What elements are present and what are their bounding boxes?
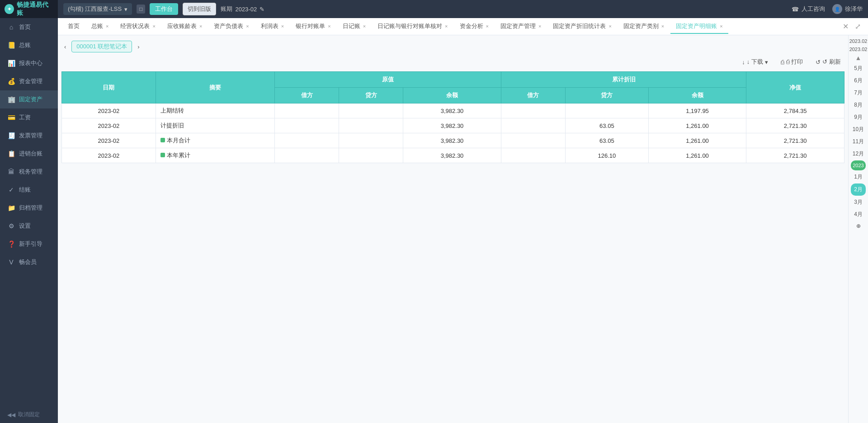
refresh-button[interactable]: ↺ ↺ 刷新 — [812, 56, 844, 68]
cell-orig-balance-2: 3,982.30 — [403, 133, 501, 148]
tab-close-3[interactable]: × — [199, 24, 202, 29]
cell-orig-credit-2 — [339, 133, 403, 148]
tab-日记账[interactable]: 日记账× — [337, 19, 371, 34]
sidebar-icon-5: 💳 — [7, 114, 15, 121]
tab-应收账龄表[interactable]: 应收账龄表× — [162, 19, 208, 34]
breadcrumb-prev[interactable]: ‹ — [61, 42, 69, 51]
workbench-button[interactable]: 工作台 — [150, 3, 178, 15]
cell-orig-credit-1 — [339, 118, 403, 133]
tab-日记账与银行对账单核对[interactable]: 日记账与银行对账单核对× — [372, 19, 453, 34]
user-menu[interactable]: 👤 徐泽华 — [832, 4, 863, 14]
tab-close-9[interactable]: × — [486, 24, 489, 29]
user-name: 徐泽华 — [845, 5, 863, 13]
month-nav-item-4月[interactable]: 4月 — [849, 208, 867, 221]
col-acc-debit: 借方 — [501, 88, 565, 103]
tab-首页[interactable]: 首页 — [62, 19, 85, 34]
sidebar-item-总账[interactable]: 📒总账 — [0, 36, 58, 54]
month-nav-item-6月[interactable]: 6月 — [849, 75, 867, 87]
tab-资产负债表[interactable]: 资产负债表× — [208, 19, 254, 34]
tab-close-2[interactable]: × — [152, 24, 155, 29]
sidebar-item-税务管理[interactable]: 🏛税务管理 — [0, 163, 58, 181]
copy-button[interactable]: □ — [137, 5, 145, 14]
month-nav-item-9月[interactable]: 9月 — [849, 111, 867, 123]
cell-date-1: 2023-02 — [62, 118, 156, 133]
sidebar-unpin[interactable]: ◀◀ 取消固定 — [0, 406, 58, 423]
month-nav-item-7月[interactable]: 7月 — [849, 87, 867, 99]
month-nav-item-2月[interactable]: 2月 — [851, 183, 865, 196]
sidebar-item-报表中心[interactable]: 📊报表中心 — [0, 54, 58, 72]
row-badge-3 — [160, 153, 165, 157]
fullscreen-icon[interactable]: ⤢ — [852, 20, 863, 33]
month-nav-item-2023[interactable]: 2023 — [851, 160, 865, 170]
tab-close-5[interactable]: × — [281, 24, 284, 29]
sidebar-item-固定资产[interactable]: 🏢固定资产 — [0, 90, 58, 108]
tab-经营状况表[interactable]: 经营状况表× — [115, 19, 160, 34]
scroll-up-icon[interactable]: ▲ — [854, 53, 863, 62]
tab-close-10[interactable]: × — [538, 24, 541, 29]
sidebar-item-设置[interactable]: ⚙设置 — [0, 217, 58, 235]
help-button[interactable]: ☎ 人工咨询 — [792, 5, 825, 13]
company-selector[interactable]: (勾稽) 江西服查-LSS ▾ — [63, 3, 132, 15]
print-icon: ⎙ — [781, 59, 784, 66]
breadcrumb-next[interactable]: › — [135, 42, 142, 51]
tab-资金分析[interactable]: 资金分析× — [454, 19, 494, 34]
sidebar-item-进销台账[interactable]: 📋进销台账 — [0, 145, 58, 163]
cell-summary-1: 计提折旧 — [156, 118, 274, 133]
user-avatar: 👤 — [832, 4, 842, 14]
sidebar-icon-7: 📋 — [7, 150, 15, 157]
cell-acc-debit-1 — [501, 118, 565, 133]
sidebar-item-首页[interactable]: ⌂首页 — [0, 18, 58, 36]
month-nav-item-12月[interactable]: 12月 — [849, 148, 867, 160]
tab-close-11[interactable]: × — [609, 24, 611, 29]
month-nav-item-5月[interactable]: 5月 — [849, 62, 867, 75]
sidebar-item-发票管理[interactable]: 🧾发票管理 — [0, 127, 58, 145]
sidebar-item-工资[interactable]: 💳工资 — [0, 108, 58, 127]
sidebar-item-结账[interactable]: ✓结账 — [0, 181, 58, 199]
tab-close-6[interactable]: × — [328, 24, 330, 29]
switch-old-button[interactable]: 切到旧版 — [183, 3, 216, 15]
tab-label-12: 固定资产类别 — [623, 22, 659, 30]
cell-orig-debit-3 — [274, 148, 339, 163]
cell-summary-3: 本年累计 — [156, 148, 274, 163]
tab-close-1[interactable]: × — [106, 24, 108, 29]
tab-固定资产类别[interactable]: 固定资产类别× — [618, 19, 670, 34]
month-nav-item-10月[interactable]: 10月 — [849, 123, 867, 136]
cell-acc-credit-1: 63.05 — [565, 118, 648, 133]
period-edit-icon[interactable]: ✎ — [259, 6, 264, 13]
tab-固定资产管理[interactable]: 固定资产管理× — [495, 19, 547, 34]
tab-close-7[interactable]: × — [363, 24, 366, 29]
close-all-tabs-icon[interactable]: ✕ — [840, 20, 851, 33]
tab-固定资产明细账[interactable]: 固定资产明细账× — [670, 19, 728, 34]
cell-acc-debit-2 — [501, 133, 565, 148]
cell-acc-debit-3 — [501, 148, 565, 163]
tab-利润表[interactable]: 利润表× — [255, 19, 289, 34]
content-area: ‹ 000001 联想笔记本 › ↓ ↓ 下载 ▾ ⎙ ⎙ 打印 ↺ ↺ 刷新 — [58, 35, 868, 423]
breadcrumb-current[interactable]: 000001 联想笔记本 — [71, 41, 132, 52]
month-nav-item-1月[interactable]: 1月 — [849, 171, 867, 183]
tab-银行对账单[interactable]: 银行对账单× — [290, 19, 336, 34]
cell-net-2: 2,721.30 — [746, 133, 844, 148]
month-nav-item-3月[interactable]: 3月 — [849, 196, 867, 208]
sidebar-item-归档管理[interactable]: 📁归档管理 — [0, 199, 58, 217]
month-nav-item-11月[interactable]: 11月 — [849, 136, 867, 148]
expand-button[interactable]: ⊕ — [849, 221, 868, 231]
tab-close-13[interactable]: × — [720, 24, 722, 29]
sidebar-item-新手引导[interactable]: ❓新手引导 — [0, 235, 58, 253]
tab-close-8[interactable]: × — [445, 24, 448, 29]
tab-close-12[interactable]: × — [661, 24, 664, 29]
sidebar-item-畅会员[interactable]: V畅会员 — [0, 253, 58, 271]
print-button[interactable]: ⎙ ⎙ 打印 — [777, 56, 807, 68]
col-acc-credit: 贷方 — [565, 88, 648, 103]
month-nav-item-8月[interactable]: 8月 — [849, 99, 867, 111]
tab-label-1: 总账 — [91, 22, 103, 30]
cell-date-3: 2023-02 — [62, 148, 156, 163]
tab-固定资产折旧统计表[interactable]: 固定资产折旧统计表× — [547, 19, 617, 34]
tab-close-4[interactable]: × — [246, 24, 249, 29]
col-group-accumulated: 累计折旧 — [501, 72, 746, 88]
sidebar-item-资金管理[interactable]: 💰资金管理 — [0, 72, 58, 90]
sidebar-icon-8: 🏛 — [7, 168, 15, 175]
download-button[interactable]: ↓ ↓ 下载 ▾ — [738, 56, 772, 68]
cell-acc-debit-0 — [501, 103, 565, 118]
fixed-assets-ledger-table: 日期 摘要 原值 累计折旧 净值 借方 贷方 余额 借方 贷方 余额 — [61, 71, 844, 163]
tab-总账[interactable]: 总账× — [86, 19, 114, 34]
